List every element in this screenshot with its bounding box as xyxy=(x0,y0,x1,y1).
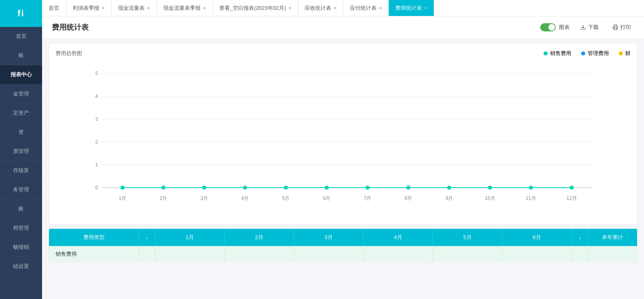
th-month-6: 6月 xyxy=(502,229,572,246)
th-nav-right[interactable]: › xyxy=(572,229,588,246)
th-month-1: 1月 xyxy=(155,229,225,246)
svg-point-16 xyxy=(161,186,165,190)
th-nav-left[interactable]: ‹ xyxy=(139,229,155,246)
td-val-2 xyxy=(225,246,294,262)
svg-text:2月: 2月 xyxy=(160,195,167,201)
svg-text:4月: 4月 xyxy=(241,195,249,201)
main-content: 首页 利润表季报 × 现金流量表 × 现金流量表季报 × 查看_空白报表(202… xyxy=(42,0,644,299)
sidebar-logo: fi xyxy=(0,0,42,27)
legend-dot-finance xyxy=(619,51,623,55)
sidebar-item-inventory[interactable]: 存核算 xyxy=(0,161,42,180)
svg-point-18 xyxy=(243,186,247,190)
sidebar-item-assets[interactable]: 定资产 xyxy=(0,104,42,123)
sidebar-item-settings[interactable]: 础设置 xyxy=(0,257,42,276)
svg-text:4: 4 xyxy=(95,93,98,99)
svg-point-21 xyxy=(365,186,370,190)
svg-point-19 xyxy=(284,186,288,190)
td-row-label: 销售费用 xyxy=(49,246,139,262)
chart-toggle-label: 图表 xyxy=(559,24,570,31)
td-total xyxy=(588,246,637,262)
data-table: 费用类型 ‹ 1月 2月 3月 4月 5月 6月 › 本年累计 销售费用 xyxy=(49,228,637,262)
svg-point-15 xyxy=(120,186,125,190)
legend-finance: 财 xyxy=(619,50,631,57)
tab-payable[interactable]: 应付统计表 × xyxy=(343,0,389,16)
table-header-row: 费用类型 ‹ 1月 2月 3月 4月 5月 6月 › 本年累计 xyxy=(49,229,637,246)
tab-close-payable[interactable]: × xyxy=(379,5,382,11)
sidebar-item-reports[interactable]: 报表中心 xyxy=(0,65,42,84)
tab-home[interactable]: 首页 xyxy=(42,0,66,16)
chart-wrapper: 5 4 3 2 1 0 xyxy=(56,61,631,217)
td-val-1 xyxy=(155,246,225,262)
tab-close-cashflow[interactable]: × xyxy=(147,5,150,11)
tab-close-blank-report[interactable]: × xyxy=(288,5,291,11)
legend-dot-admin xyxy=(581,51,585,55)
td-val-3 xyxy=(294,246,363,262)
chart-toggle-wrap: 图表 xyxy=(540,23,570,31)
download-icon xyxy=(580,24,586,30)
svg-text:9月: 9月 xyxy=(446,195,453,201)
tab-expense-stats[interactable]: 费用统计表 × xyxy=(389,0,434,16)
chart-legend: 销售费用 管理费用 财 xyxy=(544,50,631,57)
tab-profit-quarterly[interactable]: 利润表季报 × xyxy=(66,0,111,16)
svg-point-17 xyxy=(202,186,206,190)
svg-text:2: 2 xyxy=(95,139,98,145)
sidebar-item-expense[interactable]: 畅报销 xyxy=(0,238,42,257)
header-actions: 图表 下载 xyxy=(540,22,634,33)
chart-toggle[interactable] xyxy=(540,23,556,31)
tab-close-expense-stats[interactable]: × xyxy=(424,5,427,11)
svg-point-20 xyxy=(325,186,329,190)
svg-point-25 xyxy=(529,186,533,190)
sidebar: fi 首页 账 报表中心 金管理 定资产 资 票管理 存核算 务管理 账 档管理… xyxy=(0,0,42,299)
tab-receivable[interactable]: 应收统计表 × xyxy=(298,0,343,16)
svg-point-22 xyxy=(406,186,410,190)
th-total: 本年累计 xyxy=(588,229,637,246)
svg-text:6月: 6月 xyxy=(323,195,331,201)
svg-text:0: 0 xyxy=(95,185,98,190)
sidebar-item-service[interactable]: 务管理 xyxy=(0,180,42,199)
td-nav-spacer xyxy=(139,246,155,262)
th-month-5: 5月 xyxy=(433,229,502,246)
svg-text:8月: 8月 xyxy=(405,195,412,201)
svg-text:11月: 11月 xyxy=(526,195,536,201)
tab-close-profit-quarterly[interactable]: × xyxy=(102,5,105,11)
tab-cashflow-quarterly[interactable]: 现金流量表季报 × xyxy=(157,0,213,16)
tab-cashflow[interactable]: 现金流量表 × xyxy=(111,0,157,16)
sidebar-item-cash[interactable]: 金管理 xyxy=(0,84,42,104)
svg-text:1月: 1月 xyxy=(119,195,127,201)
print-button[interactable]: 打印 xyxy=(609,22,634,33)
legend-admin: 管理费用 xyxy=(581,50,609,57)
page-area: 费用统计表 图表 下载 xyxy=(42,16,644,299)
svg-text:3: 3 xyxy=(95,116,98,122)
svg-text:7月: 7月 xyxy=(364,195,372,201)
tab-bar: 首页 利润表季报 × 现金流量表 × 现金流量表季报 × 查看_空白报表(202… xyxy=(42,0,644,16)
sidebar-item-invoice[interactable]: 票管理 xyxy=(0,142,42,161)
trend-chart: 5 4 3 2 1 0 xyxy=(56,61,631,216)
page-header: 费用统计表 图表 下载 xyxy=(42,16,644,39)
th-month-3: 3月 xyxy=(294,229,363,246)
svg-text:12月: 12月 xyxy=(566,195,577,201)
td-val-6 xyxy=(502,246,572,262)
legend-sales: 销售费用 xyxy=(544,50,571,57)
svg-text:10月: 10月 xyxy=(485,195,495,201)
svg-rect-1 xyxy=(614,28,617,30)
tab-close-cashflow-quarterly[interactable]: × xyxy=(203,5,206,11)
sidebar-item-home[interactable]: 首页 xyxy=(0,27,42,46)
th-month-2: 2月 xyxy=(225,229,294,246)
td-val-5 xyxy=(433,246,502,262)
sidebar-item-account[interactable]: 账 xyxy=(0,199,42,219)
sidebar-item-salary[interactable]: 资 xyxy=(0,123,42,142)
tab-blank-report[interactable]: 查看_空白报表(2023年02月) × xyxy=(213,0,298,16)
legend-dot-sales xyxy=(544,51,548,55)
th-month-4: 4月 xyxy=(363,229,433,246)
tab-close-receivable[interactable]: × xyxy=(334,5,336,11)
svg-text:3月: 3月 xyxy=(201,195,208,201)
svg-text:5月: 5月 xyxy=(282,195,290,201)
svg-point-24 xyxy=(488,186,492,190)
sidebar-item-archive[interactable]: 档管理 xyxy=(0,219,42,238)
svg-point-23 xyxy=(447,186,451,190)
chart-title: 费用趋势图 xyxy=(56,50,82,57)
download-button[interactable]: 下载 xyxy=(577,22,602,33)
sidebar-item-ledger[interactable]: 账 xyxy=(0,46,42,65)
print-icon xyxy=(613,24,618,30)
svg-text:1: 1 xyxy=(95,162,98,168)
